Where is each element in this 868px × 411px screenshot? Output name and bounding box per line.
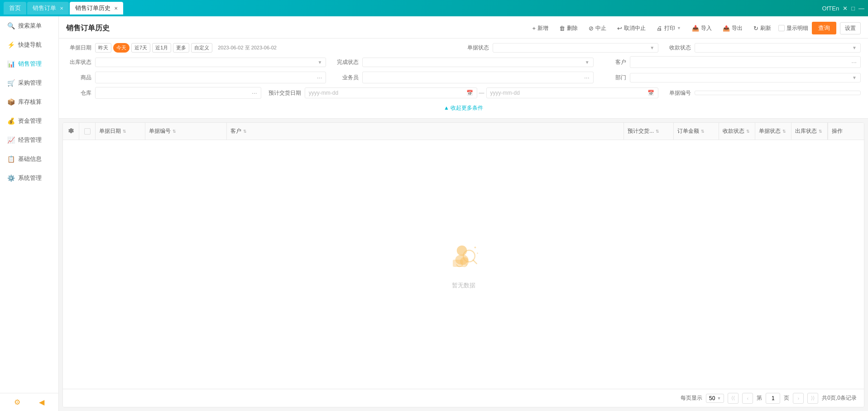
- print-button[interactable]: 🖨 打印 ▼: [653, 23, 685, 34]
- goods-dots: ···: [317, 74, 322, 81]
- top-close-icon[interactable]: ✕: [843, 5, 848, 12]
- th-out-sort: ⇅: [819, 129, 822, 134]
- th-order-sort: ⇅: [782, 129, 786, 134]
- customer-dots: ···: [851, 58, 857, 66]
- display-detail-checkbox[interactable]: [778, 25, 785, 31]
- date-btn-custom[interactable]: 自定义: [191, 43, 212, 53]
- order-status-select[interactable]: ▼: [493, 43, 659, 53]
- date-btn-yesterday[interactable]: 昨天: [95, 43, 111, 53]
- pagination: 每页显示 50 ▼ ⟨⟨ ‹ 第 页 › ⟩⟩ 共0页,0条记录: [63, 389, 864, 407]
- sidebar-collapse-icon[interactable]: ◀: [39, 398, 44, 406]
- th-date-label: 单据日期: [99, 127, 121, 135]
- goods-input[interactable]: ···: [95, 72, 326, 83]
- page-input[interactable]: [766, 393, 780, 404]
- salesperson-input[interactable]: ···: [362, 72, 593, 83]
- query-button[interactable]: 查询: [812, 22, 836, 34]
- sidebar-item-purchase-mgmt[interactable]: 🛒 采购管理: [0, 73, 58, 92]
- th-check[interactable]: [79, 123, 96, 140]
- purchase-mgmt-icon: 🛒: [7, 79, 14, 87]
- th-out-status[interactable]: 出库状态 ⇅: [791, 123, 828, 140]
- date-btn-last7[interactable]: 近7天: [131, 43, 150, 53]
- filter-complete-status: 完成状态 ▼: [333, 58, 593, 67]
- sidebar-item-label-finance: 资金管理: [18, 117, 42, 125]
- goods-label: 商品: [66, 74, 91, 82]
- svg-line-5: [473, 260, 476, 263]
- sidebar-item-quick-nav[interactable]: ⚡ 快捷导航: [0, 35, 58, 54]
- page-size-select[interactable]: 50 ▼: [706, 394, 724, 403]
- sidebar-item-inventory[interactable]: 📦 库存核算: [0, 92, 58, 111]
- sidebar-item-search-menu[interactable]: 🔍 搜索菜单: [0, 16, 58, 35]
- stop-button[interactable]: ⊘ 中止: [585, 23, 610, 34]
- tab-sales-order[interactable]: 销售订单 ✕: [27, 2, 69, 15]
- th-payment-status[interactable]: 收款状态 ⇅: [719, 123, 755, 140]
- top-restore-icon[interactable]: □: [851, 5, 855, 12]
- th-date[interactable]: 单据日期 ⇅: [96, 123, 145, 140]
- delete-button[interactable]: 🗑 删除: [556, 23, 581, 34]
- main-layout: 🔍 搜索菜单 ⚡ 快捷导航 📊 销售管理 🛒 采购管理 📦 库存核算 💰 资金管…: [0, 16, 868, 411]
- dept-select[interactable]: ▼: [630, 73, 861, 82]
- filter-salesperson: 业务员 ···: [333, 72, 593, 83]
- th-action: 操作: [828, 123, 864, 140]
- out-status-select[interactable]: ▼: [95, 58, 326, 67]
- order-no-label: 单据编号: [666, 89, 691, 97]
- sidebar-item-operations[interactable]: 📈 经营管理: [0, 131, 58, 150]
- collapse-row[interactable]: ▲ 收起更多条件: [66, 102, 861, 114]
- tab-sales-order-history-close[interactable]: ✕: [114, 6, 118, 11]
- import-button[interactable]: 📥 导入: [688, 23, 715, 34]
- th-customer[interactable]: 客户 ⇅: [227, 123, 624, 140]
- next-page-button[interactable]: ›: [793, 393, 804, 404]
- customer-input[interactable]: ···: [630, 56, 861, 68]
- sidebar-item-system[interactable]: ⚙️ 系统管理: [0, 169, 58, 188]
- sidebar-item-label-operations: 经营管理: [18, 136, 42, 144]
- th-delivery-sort: ⇅: [656, 129, 659, 134]
- date-btn-more[interactable]: 更多: [173, 43, 189, 53]
- complete-status-select[interactable]: ▼: [362, 58, 593, 67]
- delivery-date-start[interactable]: yyyy-mm-dd 📅: [305, 87, 477, 98]
- sales-mgmt-icon: 📊: [7, 60, 14, 68]
- sidebar-item-sales-mgmt[interactable]: 📊 销售管理: [0, 54, 58, 73]
- sidebar-item-label-system: 系统管理: [18, 174, 42, 182]
- date-btn-last1m[interactable]: 近1月: [152, 43, 171, 53]
- tab-sales-order-close[interactable]: ✕: [60, 6, 63, 11]
- settings-button[interactable]: 设置: [840, 22, 861, 34]
- warehouse-input[interactable]: ···: [95, 87, 261, 99]
- th-order-status[interactable]: 单据状态 ⇅: [755, 123, 791, 140]
- page-size-arrow: ▼: [717, 396, 721, 401]
- export-button[interactable]: 📤 导出: [719, 23, 746, 34]
- refresh-button[interactable]: ↻ 刷新: [750, 23, 775, 34]
- th-amount[interactable]: 订单金额 ⇅: [674, 123, 719, 140]
- page-header: 销售订单历史 + 新增 🗑 删除 ⊘ 中止 ↩ 取消中止: [59, 16, 868, 39]
- th-no-label: 单据编号: [149, 127, 171, 135]
- sidebar-item-finance[interactable]: 💰 资金管理: [0, 111, 58, 131]
- order-no-input[interactable]: [695, 91, 861, 95]
- display-detail[interactable]: 显示明细: [778, 24, 808, 32]
- warehouse-dots: ···: [252, 89, 257, 97]
- collapse-label: ▲ 收起更多条件: [444, 105, 483, 111]
- add-button[interactable]: + 新增: [528, 23, 552, 34]
- th-gear[interactable]: [63, 123, 79, 140]
- tab-sales-order-history[interactable]: 销售订单历史 ✕: [70, 2, 123, 15]
- th-delivery[interactable]: 预计交货... ⇅: [624, 123, 674, 140]
- sidebar-item-basic-info[interactable]: 📋 基础信息: [0, 150, 58, 169]
- tab-home[interactable]: 首页: [4, 2, 26, 15]
- th-delivery-label: 预计交货...: [628, 127, 654, 135]
- select-all-checkbox[interactable]: [84, 128, 91, 135]
- date-btn-today[interactable]: 今天: [113, 43, 129, 53]
- sidebar-bottom: ⚙ ◀: [0, 393, 58, 411]
- empty-icon: ✦ ✦: [441, 240, 486, 276]
- th-no[interactable]: 单据编号 ⇅: [145, 123, 227, 140]
- th-out-status-label: 出库状态: [795, 127, 817, 135]
- sidebar-settings-icon[interactable]: ⚙: [14, 398, 20, 406]
- refresh-label: 刷新: [760, 24, 771, 32]
- payment-status-select[interactable]: ▼: [695, 43, 861, 53]
- filter-row-2: 出库状态 ▼ 完成状态 ▼ 客户: [66, 56, 861, 68]
- th-payment-status-label: 收款状态: [723, 127, 744, 135]
- cancel-stop-button[interactable]: ↩ 取消中止: [614, 23, 649, 34]
- first-page-button[interactable]: ⟨⟨: [728, 393, 739, 404]
- prev-page-button[interactable]: ‹: [742, 393, 753, 404]
- warehouse-label: 仓库: [66, 89, 91, 97]
- top-minimize-icon[interactable]: —: [858, 5, 864, 12]
- last-page-button[interactable]: ⟩⟩: [807, 393, 818, 404]
- delivery-date-end[interactable]: yyyy-mm-dd 📅: [486, 87, 659, 98]
- finance-icon: 💰: [7, 117, 14, 125]
